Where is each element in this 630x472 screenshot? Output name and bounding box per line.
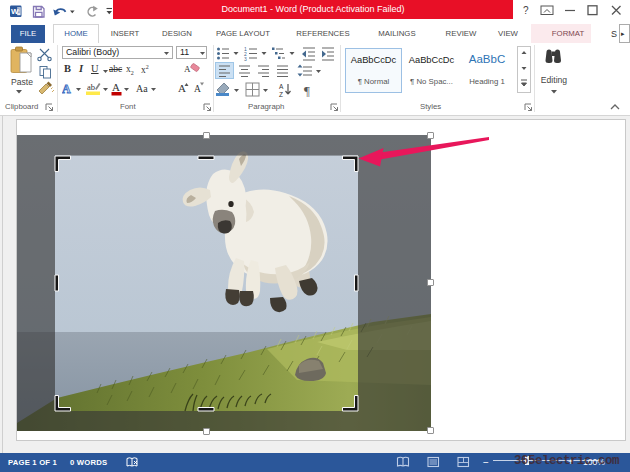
svg-text:A: A: [178, 82, 186, 94]
svg-text:Aa: Aa: [136, 83, 148, 94]
svg-text:ab: ab: [87, 82, 95, 92]
svg-text:A: A: [279, 83, 284, 90]
svg-text:A: A: [62, 82, 71, 96]
svg-text:W: W: [11, 7, 19, 16]
svg-text:A: A: [112, 81, 120, 93]
svg-text:¶: ¶: [304, 83, 310, 98]
svg-text:Z: Z: [279, 91, 283, 98]
svg-text:A: A: [184, 64, 191, 74]
svg-text:A: A: [194, 84, 201, 94]
svg-text:?: ?: [523, 5, 529, 16]
